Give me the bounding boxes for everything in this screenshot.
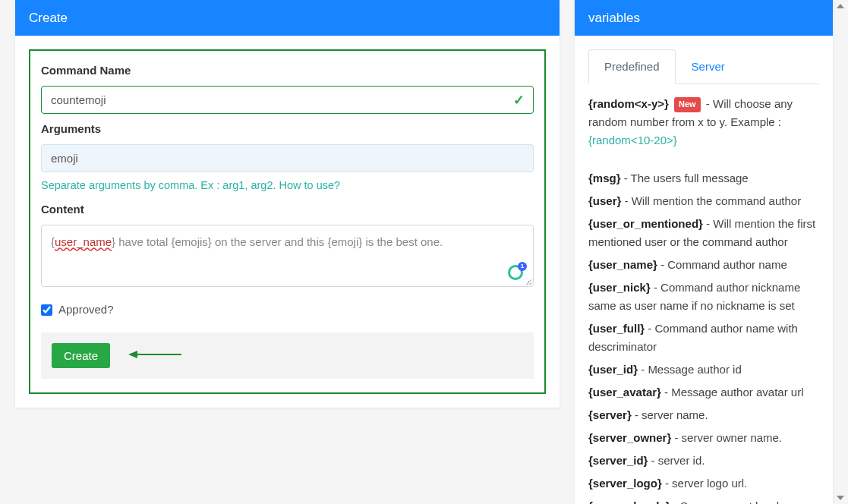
var-desc: - server id. [648,454,705,467]
variables-panel: variables Predefined Server {random<x-y>… [575,0,833,504]
resize-handle-icon[interactable] [524,277,531,285]
var-item: {msg} - The users full message [588,169,819,187]
var-desc: - Message author avatar url [661,386,804,398]
var-item: {user_name} - Command author name [588,256,819,274]
var-item: {user_full} - Command author name with d… [588,320,819,356]
var-item: {server} - server name. [588,406,819,424]
content-label: Content [41,200,534,219]
scroll-down-icon[interactable] [837,496,844,500]
var-desc: - Message author id [638,363,742,376]
page-scrollbar[interactable] [834,2,846,502]
create-button[interactable]: Create [52,343,110,368]
content-textarea-wrap: {user_name} have total {emojis} on the s… [41,225,534,287]
variables-list: {random<x-y>} New - Will choose any rand… [588,95,819,504]
var-item: {server_locale} - Server current locale. [588,497,819,504]
var-item: {user_avatar} - Message author avatar ur… [588,383,819,402]
arguments-input[interactable] [41,144,534,172]
content-textarea[interactable]: {user_name} have total {emojis} on the s… [42,225,533,286]
var-name: {server_id} [588,454,648,467]
var-item: {user_or_mentioned} - Will mention the f… [588,215,819,251]
var-item: {server_id} - server id. [588,452,819,470]
approved-checkbox[interactable] [41,304,52,316]
create-form: Command Name ✓ Arguments Separate argume… [29,49,546,394]
var-desc: - server logo url. [662,477,748,490]
tab-server[interactable]: Server [676,49,741,83]
var-random: {random<x-y>} New - Will choose any rand… [588,95,819,150]
var-name: {msg} [588,172,621,184]
pointer-arrow-icon [128,347,181,365]
var-name: {user} [588,194,621,207]
arguments-hint: Separate arguments by comma. Ex : arg1, … [41,177,534,194]
var-desc: - Server current locale. [670,499,789,504]
create-panel-title: Create [15,0,560,36]
var-name: {server} [588,408,632,421]
var-desc: - Will mention the command author [621,194,801,207]
var-item: {user_id} - Message author id [588,361,819,379]
var-desc: - Command author name [657,258,787,271]
create-panel: Create Command Name ✓ Arguments Separate… [15,0,560,408]
grammarly-icon[interactable]: 1 [507,263,525,282]
var-name: {server_locale} [588,499,670,504]
valid-check-icon: ✓ [513,89,525,111]
command-name-label: Command Name [41,61,534,80]
tab-predefined[interactable]: Predefined [588,49,676,84]
var-name: {server_owner} [588,431,671,444]
random-example-link[interactable]: {random<10-20>} [588,134,677,146]
how-to-use-link[interactable]: How to use? [279,179,341,191]
command-name-input[interactable] [41,86,534,114]
var-desc: - server owner name. [671,431,782,444]
form-footer: Create [41,332,534,379]
var-name: {user_or_mentioned} [588,217,703,230]
var-name: {user_id} [588,363,638,376]
var-name: {user_name} [588,258,657,271]
var-item: {server_logo} - server logo url. [588,474,819,493]
var-item: {user} - Will mention the command author [588,192,819,210]
approved-label: Approved? [58,301,114,319]
var-name: {user_avatar} [588,386,661,398]
var-desc: - server name. [632,408,708,421]
var-name: {user_full} [588,322,645,335]
var-desc: - The users full message [621,172,749,184]
variables-tabs: Predefined Server [588,49,819,84]
svg-marker-1 [128,351,137,358]
var-name: {server_logo} [588,477,662,490]
new-badge: New [674,97,701,112]
arguments-label: Arguments [41,120,534,138]
var-item: {user_nick} - Command author nickname sa… [588,279,819,315]
var-item: {server_owner} - server owner name. [588,429,819,447]
var-name: {user_nick} [588,281,651,294]
variables-panel-title: variables [575,0,833,36]
